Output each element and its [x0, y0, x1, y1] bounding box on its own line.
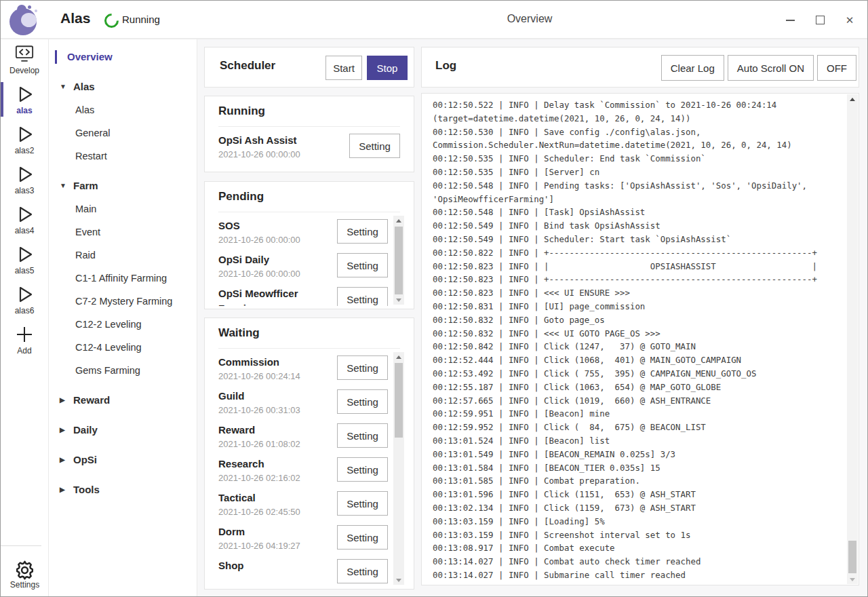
rail-item-label: alas — [16, 106, 32, 115]
scroll-down-icon[interactable] — [393, 295, 404, 305]
rail-item-label: alas4 — [15, 226, 35, 235]
log-title: Log — [435, 59, 456, 73]
log-line: 00:13:08.917 | INFO | Combat execute — [433, 541, 842, 555]
log-line: 00:13:02.134 | INFO | Click (1159, 673) … — [433, 501, 842, 515]
log-line: 00:13:01.524 | INFO | [Beacon] list — [433, 434, 842, 448]
task-name: Research — [218, 454, 337, 471]
scroll-up-icon[interactable] — [847, 94, 858, 104]
close-button[interactable] — [835, 1, 865, 39]
log-line: 00:12:50.832 | INFO | <<< UI GOTO PAGE_O… — [433, 327, 842, 341]
log-scrollbar[interactable] — [847, 94, 858, 584]
divider — [218, 126, 400, 127]
rail-item-develop[interactable]: Develop — [1, 39, 48, 79]
task-setting-button[interactable]: Setting — [337, 389, 388, 414]
log-line: 00:13:03.159 | INFO | Screenshot interva… — [433, 528, 842, 542]
task-setting-button[interactable]: Setting — [337, 219, 388, 244]
nav-item-opsi[interactable]: ▶ OpSi — [49, 448, 197, 471]
nav-item-main[interactable]: Main — [49, 197, 197, 220]
nav-item-farm[interactable]: ▼ Farm — [49, 174, 197, 197]
rail-item-alas5[interactable]: alas5 — [1, 239, 48, 280]
log-line: 00:12:50.549 | INFO | Scheduler: Start t… — [433, 233, 842, 246]
clear-log-button[interactable]: Clear Log — [661, 55, 724, 81]
log-line: 00:12:50.522 | INFO | Delay task `Commis… — [433, 98, 842, 112]
log-line: 00:12:50.823 | INFO | <<< UI ENSURE >>> — [433, 286, 842, 300]
nav-item-alas[interactable]: Alas — [49, 98, 197, 121]
start-button[interactable]: Start — [326, 56, 362, 80]
task-setting-button[interactable]: Setting — [337, 287, 388, 306]
nav-item-daily[interactable]: ▶ Daily — [49, 419, 197, 442]
nav-item-c7-2-mystery-farming[interactable]: C7-2 Mystery Farming — [49, 290, 197, 313]
chevron-down-icon: ▼ — [60, 75, 66, 98]
chevron-right-icon: ▶ — [60, 389, 65, 412]
nav-item-label: Tools — [73, 484, 100, 495]
plus-icon — [14, 324, 35, 345]
active-indicator — [1, 282, 3, 317]
task-row: Tactical 2021-10-26 02:45:50 Setting — [218, 488, 414, 522]
task-setting-button[interactable]: Setting — [337, 457, 388, 482]
log-line: Commission.Scheduler.NextRun=datetime.da… — [433, 138, 842, 152]
autoscroll-off-button[interactable]: OFF — [817, 55, 856, 81]
task-setting-button[interactable]: Setting — [337, 525, 388, 550]
log-line: 00:12:50.548 | INFO | [Task] OpsiAshAssi… — [433, 206, 842, 219]
pending-title: Pending — [218, 190, 264, 204]
app-title: Alas — [60, 10, 90, 26]
minimize-icon — [786, 20, 795, 21]
nav-item-alas[interactable]: ▼ Alas — [49, 75, 197, 98]
active-indicator — [1, 322, 3, 357]
rail-item-label: Develop — [9, 66, 39, 75]
nav-item-event[interactable]: Event — [49, 220, 197, 244]
nav-item-label: C12-2 Leveling — [75, 319, 142, 330]
stop-button[interactable]: Stop — [367, 56, 408, 80]
play-icon — [14, 244, 35, 265]
waiting-scrollbar[interactable] — [393, 352, 404, 585]
nav-item-label: Overview — [67, 51, 113, 62]
rail-item-alas4[interactable]: alas4 — [1, 199, 48, 239]
scroll-up-icon[interactable] — [393, 352, 404, 362]
rail-item-alas3[interactable]: alas3 — [1, 159, 48, 199]
minimize-button[interactable] — [775, 1, 805, 39]
task-row: Shop Setting — [218, 556, 414, 586]
task-setting-button[interactable]: Setting — [337, 491, 388, 516]
nav-item-gems-farming[interactable]: Gems Farming — [49, 359, 197, 382]
nav-item-label: Alas — [73, 81, 95, 92]
rail-item-label: alas2 — [15, 146, 35, 155]
task-setting-button[interactable]: Setting — [337, 355, 388, 380]
task-setting-button[interactable]: Setting — [337, 423, 388, 448]
nav-item-label: Main — [75, 204, 96, 214]
nav-item-restart[interactable]: Restart — [49, 145, 197, 168]
scroll-up-icon[interactable] — [393, 216, 404, 225]
rail-item-add[interactable]: Add — [1, 320, 48, 360]
log-line: 00:13:14.027 | INFO | Submarine call tim… — [433, 569, 842, 582]
nav-item-overview[interactable]: Overview — [49, 45, 197, 69]
scroll-down-icon[interactable] — [847, 575, 858, 584]
scrollbar-thumb[interactable] — [848, 541, 856, 573]
instance-rail: Develop alas alas2 alas3 alas4 alas5 ala… — [1, 39, 49, 596]
nav-item-reward[interactable]: ▶ Reward — [49, 389, 197, 412]
scroll-down-icon[interactable] — [393, 575, 404, 585]
scrollbar-thumb[interactable] — [395, 227, 403, 294]
nav-item-general[interactable]: General — [49, 121, 197, 145]
nav-item-label: C1-1 Affinity Farming — [75, 273, 167, 284]
maximize-button[interactable] — [805, 1, 835, 39]
task-name: Commission — [218, 352, 337, 370]
log-line: 00:12:57.665 | INFO | Click (1019, 660) … — [433, 394, 842, 408]
scrollbar-thumb[interactable] — [395, 363, 403, 438]
task-setting-button[interactable]: Setting — [349, 134, 400, 158]
pending-scrollbar[interactable] — [393, 216, 404, 305]
log-line: 00:12:50.832 | INFO | Goto page_os — [433, 313, 842, 327]
app-logo-icon — [7, 3, 41, 37]
nav-item-c12-4-leveling[interactable]: C12-4 Leveling — [49, 336, 197, 359]
rail-item-alas2[interactable]: alas2 — [1, 119, 48, 159]
rail-item-alas[interactable]: alas — [1, 79, 48, 119]
autoscroll-on-button[interactable]: Auto Scroll ON — [728, 55, 814, 81]
nav-item-raid[interactable]: Raid — [49, 244, 197, 267]
task-setting-button[interactable]: Setting — [337, 253, 388, 277]
nav-item-tools[interactable]: ▶ Tools — [49, 478, 197, 501]
nav-item-c12-2-leveling[interactable]: C12-2 Leveling — [49, 313, 197, 336]
waiting-title: Waiting — [218, 326, 260, 340]
rail-item-alas6[interactable]: alas6 — [1, 280, 48, 320]
task-setting-button[interactable]: Setting — [337, 559, 388, 583]
nav-item-label: C12-4 Leveling — [75, 342, 142, 353]
nav-item-c1-1-affinity-farming[interactable]: C1-1 Affinity Farming — [49, 267, 197, 290]
rail-item-settings[interactable]: Settings — [1, 560, 49, 590]
